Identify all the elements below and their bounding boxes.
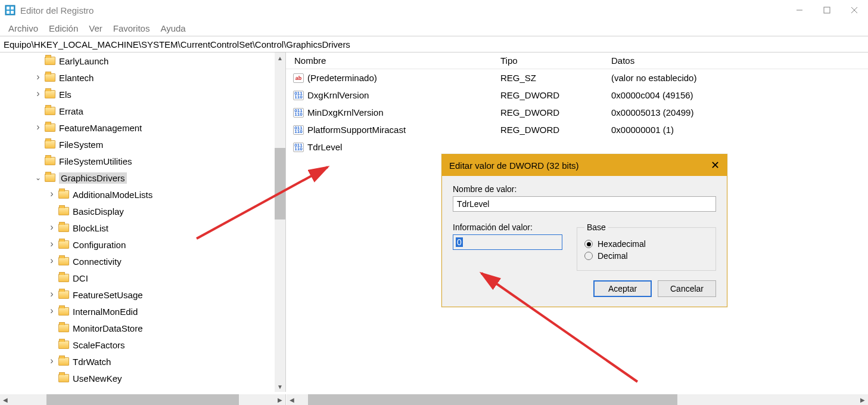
- base-fieldset: Base Hexadecimal Decimal: [577, 222, 716, 271]
- tree-item[interactable]: EarlyLaunch: [0, 52, 275, 69]
- folder-icon: [58, 374, 69, 382]
- expander-icon[interactable]: [48, 189, 56, 200]
- svg-rect-1: [7, 7, 10, 10]
- tree-item[interactable]: InternalMonEdid: [0, 303, 275, 320]
- col-tipo[interactable]: Tipo: [492, 55, 603, 66]
- expander-icon[interactable]: [48, 306, 56, 317]
- tree-item[interactable]: MonitorDataStore: [0, 320, 275, 336]
- menu-archivo[interactable]: Archivo: [4, 22, 43, 35]
- expander-icon[interactable]: [48, 256, 56, 267]
- tree-item[interactable]: BasicDisplay: [0, 203, 275, 219]
- tree-item[interactable]: BlockList: [0, 219, 275, 236]
- value-data-label: Información del valor:: [453, 222, 562, 232]
- dword-value-icon: 011110: [293, 91, 304, 100]
- tree-item[interactable]: AdditionalModeLists: [0, 186, 275, 203]
- folder-icon: [45, 73, 55, 82]
- tree-item[interactable]: UseNewKey: [0, 370, 275, 387]
- tree-item-label: UseNewKey: [73, 373, 122, 384]
- scroll-down-icon[interactable]: ▼: [275, 381, 285, 392]
- dialog-close-icon[interactable]: ✕: [711, 159, 720, 172]
- tree-item[interactable]: Els: [0, 86, 275, 103]
- tree-pane: EarlyLaunchElantechElsErrataFeatureManag…: [0, 52, 286, 392]
- string-value-icon: ab: [293, 73, 304, 83]
- menu-edicion[interactable]: Edición: [44, 22, 83, 35]
- expander-icon[interactable]: [34, 72, 42, 83]
- scroll-thumb[interactable]: [308, 394, 677, 405]
- dword-value-icon: 011110: [293, 143, 304, 152]
- scroll-left-icon[interactable]: ◀: [287, 394, 297, 405]
- menu-favoritos[interactable]: Favoritos: [108, 22, 155, 35]
- tree-item-label: BasicDisplay: [73, 206, 124, 217]
- minimize-button[interactable]: [786, 0, 813, 20]
- value-type: REG_DWORD: [492, 125, 603, 135]
- value-name: DxgKrnlVersion: [307, 90, 369, 100]
- edit-dword-dialog: Editar valor de DWORD (32 bits) ✕ Nombre…: [441, 154, 727, 307]
- scroll-thumb[interactable]: [46, 394, 239, 405]
- folder-icon: [58, 190, 69, 199]
- tree-item[interactable]: FeatureManagement: [0, 119, 275, 136]
- address-bar[interactable]: Equipo\HKEY_LOCAL_MACHINE\SYSTEM\Current…: [0, 36, 868, 52]
- scroll-up-icon[interactable]: ▲: [275, 52, 285, 63]
- scroll-right-icon[interactable]: ▶: [857, 394, 868, 405]
- list-row[interactable]: 011110MinDxgKrnlVersionREG_DWORD0x000050…: [286, 104, 868, 121]
- tree-item-label: MonitorDataStore: [73, 323, 143, 333]
- tree-item[interactable]: DCI: [0, 270, 275, 286]
- expander-icon[interactable]: [48, 289, 56, 300]
- scroll-thumb[interactable]: [275, 148, 285, 219]
- scroll-left-icon[interactable]: ◀: [0, 394, 11, 405]
- expander-icon[interactable]: [34, 89, 42, 100]
- tree-item[interactable]: TdrWatch: [0, 353, 275, 370]
- tree-item[interactable]: FileSystem: [0, 136, 275, 153]
- value-data: (valor no establecido): [603, 73, 868, 83]
- tree-item[interactable]: GraphicsDrivers: [0, 169, 275, 186]
- folder-icon: [58, 307, 69, 316]
- expander-icon[interactable]: [48, 356, 56, 367]
- tree-item-label: FileSystem: [59, 140, 103, 150]
- col-nombre[interactable]: Nombre: [286, 55, 492, 66]
- ok-button[interactable]: Aceptar: [593, 280, 652, 297]
- tree-item[interactable]: FileSystemUtilities: [0, 153, 275, 169]
- expander-icon[interactable]: [34, 122, 42, 133]
- expander-icon[interactable]: [34, 174, 42, 182]
- folder-icon: [45, 157, 55, 165]
- tree-item[interactable]: Connectivity: [0, 253, 275, 270]
- expander-icon[interactable]: [48, 222, 56, 233]
- radio-hex[interactable]: Hexadecimal: [584, 239, 708, 249]
- list-horizontal-scrollbar[interactable]: ◀ ▶: [287, 394, 868, 405]
- value-type: REG_DWORD: [492, 90, 603, 100]
- folder-icon: [58, 274, 69, 282]
- tree-item-label: TdrWatch: [73, 357, 111, 367]
- tree-item[interactable]: ScaleFactors: [0, 336, 275, 353]
- radio-dec[interactable]: Decimal: [584, 251, 708, 261]
- scroll-right-icon[interactable]: ▶: [275, 394, 285, 405]
- maximize-button[interactable]: [813, 0, 841, 20]
- close-button[interactable]: [841, 0, 868, 20]
- dialog-titlebar[interactable]: Editar valor de DWORD (32 bits) ✕: [442, 154, 727, 176]
- svg-rect-3: [7, 11, 10, 14]
- tree-item[interactable]: Configuration: [0, 236, 275, 253]
- tree-vertical-scrollbar[interactable]: ▲ ▼: [275, 52, 285, 392]
- regedit-icon: [5, 5, 15, 16]
- expander-icon[interactable]: [48, 239, 56, 250]
- folder-icon: [45, 140, 55, 149]
- tree-horizontal-scrollbar[interactable]: ◀ ▶: [0, 394, 286, 405]
- list-row[interactable]: 011110PlatformSupportMiracastREG_DWORD0x…: [286, 121, 868, 138]
- folder-icon: [45, 123, 55, 132]
- value-name-input[interactable]: [453, 196, 716, 212]
- menu-ayuda[interactable]: Ayuda: [155, 22, 190, 35]
- value-data-input[interactable]: 0: [453, 234, 562, 250]
- tree-item[interactable]: Errata: [0, 103, 275, 119]
- value-type: REG_SZ: [492, 73, 603, 83]
- list-row[interactable]: ab(Predeterminado)REG_SZ(valor no establ…: [286, 69, 868, 86]
- window-title: Editor del Registro: [20, 5, 94, 16]
- tree-item-label: Elantech: [59, 73, 94, 83]
- cancel-button[interactable]: Cancelar: [658, 280, 716, 297]
- tree-item[interactable]: FeatureSetUsage: [0, 286, 275, 303]
- col-datos[interactable]: Datos: [603, 55, 868, 66]
- list-row[interactable]: 011110DxgKrnlVersionREG_DWORD0x0000c004 …: [286, 86, 868, 104]
- folder-icon: [58, 290, 69, 299]
- list-row[interactable]: 011110TdrLevel: [286, 138, 868, 156]
- menu-ver[interactable]: Ver: [84, 22, 107, 35]
- tree-item-label: Configuration: [73, 240, 126, 250]
- tree-item[interactable]: Elantech: [0, 69, 275, 86]
